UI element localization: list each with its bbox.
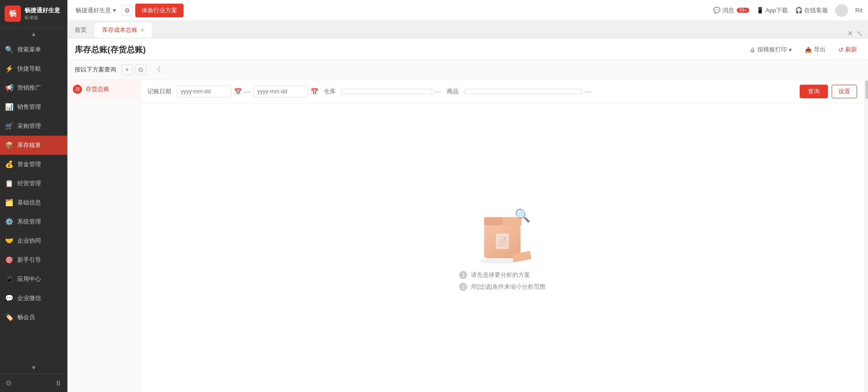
date-field-label: 记账日期 xyxy=(148,87,171,96)
empty-hint-1: 1 请先选择要分析的方案 xyxy=(459,271,545,279)
settings-btn[interactable]: 设置 xyxy=(832,85,857,98)
warehouse-filter: ⋯ xyxy=(341,87,441,96)
topbar-nav[interactable]: 畅捷通好生意 ▾ xyxy=(73,5,119,16)
main-panel: 记账日期 📅 — 📅 仓库 ⋯ 商 xyxy=(140,80,864,392)
action-buttons: 查询 设置 xyxy=(800,85,857,98)
appstore-icon: 📱 xyxy=(5,275,14,283)
tab-home[interactable]: 首页 xyxy=(67,22,94,38)
date-start-input[interactable] xyxy=(177,86,231,97)
sidebar-item-purchase[interactable]: 🛒 采购管理 xyxy=(0,117,67,136)
collapse-icon[interactable]: ⏸ xyxy=(55,379,62,387)
export-btn[interactable]: 📤 导出 xyxy=(801,44,829,56)
product-more-btn[interactable]: ⋯ xyxy=(584,87,592,96)
sidebar-item-appstore[interactable]: 📱 应用中心 xyxy=(0,270,67,289)
online-service-btn[interactable]: 🎧 在线客服 xyxy=(795,6,828,15)
inventory-icon: 📦 xyxy=(5,141,14,149)
quick-nav-icon: ⚡ xyxy=(5,65,14,73)
tab-expand-icon[interactable]: ⤡ xyxy=(857,29,863,38)
collapse-filter-btn[interactable]: 《 xyxy=(152,64,163,75)
export-icon: 📤 xyxy=(805,46,812,53)
scrollbar-thumb[interactable] xyxy=(865,81,868,99)
sidebar-item-system[interactable]: ⚙️ 系统管理 xyxy=(0,212,67,231)
sidebar-item-corp[interactable]: 🤝 企业协同 xyxy=(0,231,67,250)
cal-end-icon[interactable]: 📅 xyxy=(311,88,318,95)
topbar-nav-text: 畅捷通好生意 xyxy=(76,6,111,15)
sales-icon: 📊 xyxy=(5,103,14,111)
chevron-down-icon: ▾ xyxy=(113,7,116,14)
cal-start-icon[interactable]: 📅 xyxy=(234,88,242,95)
print-dropdown-icon: ▾ xyxy=(789,46,792,53)
sidebar-item-operation[interactable]: 📋 经营管理 xyxy=(0,174,67,193)
topbar-right: 💬 消息 99+ 📱 App下载 🎧 在线客服 Rit xyxy=(713,4,863,17)
sidebar-item-quick-nav[interactable]: ⚡ 快捷导航 xyxy=(0,59,67,78)
warehouse-input[interactable] xyxy=(341,89,432,94)
tab-close-icon[interactable]: ✕ xyxy=(140,27,144,33)
user-name: Rit xyxy=(855,7,863,14)
query-btn[interactable]: 查询 xyxy=(800,85,828,98)
page-header: 库存总账(存货总账) 🖨 按模板打印 ▾ 📤 导出 ↺ 刷新 xyxy=(67,38,868,60)
date-end-input[interactable] xyxy=(253,86,308,97)
logo-text: 畅捷通好生意 标准版 xyxy=(25,7,60,20)
sidebar-item-member[interactable]: 🏷️ 畅会员 xyxy=(0,308,67,327)
sidebar-item-inventory[interactable]: 📦 库存核算 xyxy=(0,136,67,155)
date-separator: — xyxy=(245,88,250,95)
add-scheme-btn[interactable]: ＋ xyxy=(122,64,133,75)
app-logo: 畅 畅捷通好生意 标准版 xyxy=(0,0,67,28)
phone-icon: 📱 xyxy=(756,7,764,14)
refresh-btn[interactable]: ↺ 刷新 xyxy=(835,44,861,56)
topbar-left: 畅捷通好生意 ▾ ⚙ 体验行业方案 xyxy=(73,4,710,17)
sidebar-item-finance[interactable]: 💰 资金管理 xyxy=(0,155,67,174)
logo-icon: 畅 xyxy=(5,5,21,22)
sidebar-item-basic[interactable]: 🗂️ 基础信息 xyxy=(0,193,67,212)
settings-footer-icon[interactable]: ⚙ xyxy=(5,379,12,387)
empty-illustration: 📄 🔍 xyxy=(470,204,534,264)
product-input[interactable] xyxy=(464,89,582,94)
right-scrollbar[interactable] xyxy=(864,80,868,392)
printer-icon: 🖨 xyxy=(750,46,756,53)
sidebar-item-newbie[interactable]: 🎯 新手引导 xyxy=(0,250,67,270)
user-avatar[interactable] xyxy=(835,4,848,17)
scheme-item-inventory-ledger[interactable]: 存 存货总账 xyxy=(67,80,140,98)
message-btn[interactable]: 💬 消息 99+ xyxy=(713,6,749,15)
sidebar-item-marketing[interactable]: 📢 营销推广 xyxy=(0,78,67,97)
system-icon: ⚙️ xyxy=(5,218,14,226)
manage-scheme-btn[interactable]: ⊙ xyxy=(135,64,146,75)
content-body: 存 存货总账 记账日期 📅 — 📅 仓库 xyxy=(67,80,868,392)
scheme-panel: 存 存货总账 xyxy=(67,80,140,392)
page-actions: 🖨 按模板打印 ▾ 📤 导出 ↺ 刷新 xyxy=(746,44,861,56)
sidebar-scroll-down[interactable]: ▼ xyxy=(0,361,67,374)
step-num-1: 1 xyxy=(459,271,467,279)
sidebar-item-sales[interactable]: 📊 销售管理 xyxy=(0,97,67,117)
tab-close-page-icon[interactable]: ✕ xyxy=(847,29,853,38)
filter-bar: 按以下方案查询 ＋ ⊙ 《 xyxy=(67,60,868,80)
empty-hint-2: 2 用[过滤]条件来缩小分析范围 xyxy=(459,283,545,291)
newbie-icon: 🎯 xyxy=(5,256,14,264)
sidebar-nav: 🔍 搜索菜单 ⚡ 快捷导航 📢 营销推广 📊 销售管理 🛒 采购管理 📦 库存核… xyxy=(0,40,67,361)
sidebar: 畅 畅捷通好生意 标准版 ▲ 🔍 搜索菜单 ⚡ 快捷导航 📢 营销推广 📊 销售… xyxy=(0,0,67,392)
filter-actions: ＋ ⊙ xyxy=(122,64,146,75)
tabbar: 首页 库存成本总账 ✕ ✕ ⤡ xyxy=(67,21,868,38)
page-content: 库存总账(存货总账) 🖨 按模板打印 ▾ 📤 导出 ↺ 刷新 按以下方案查询 xyxy=(67,38,868,392)
basic-icon: 🗂️ xyxy=(5,199,14,207)
product-filter: ⋯ xyxy=(464,87,592,96)
warehouse-more-btn[interactable]: ⋯ xyxy=(434,87,441,96)
message-icon: 💬 xyxy=(713,7,720,14)
warehouse-label: 仓库 xyxy=(324,87,336,96)
refresh-icon: ↺ xyxy=(838,46,843,53)
sidebar-item-search[interactable]: 🔍 搜索菜单 xyxy=(0,40,67,59)
finance-icon: 💰 xyxy=(5,160,14,168)
date-filter-group: 📅 — 📅 xyxy=(177,86,318,97)
app-download-btn[interactable]: 📱 App下载 xyxy=(756,6,788,15)
topbar: 畅捷通好生意 ▾ ⚙ 体验行业方案 💬 消息 99+ 📱 App下载 🎧 在线客… xyxy=(67,0,868,21)
scheme-icon: 存 xyxy=(73,85,82,94)
sidebar-item-wechat[interactable]: 💬 企业微信 xyxy=(0,289,67,308)
sidebar-scroll-up[interactable]: ▲ xyxy=(0,28,67,40)
member-icon: 🏷️ xyxy=(5,313,14,321)
print-btn[interactable]: 🖨 按模板打印 ▾ xyxy=(746,44,796,56)
settings-gear-btn[interactable]: ⚙ xyxy=(122,5,133,16)
operation-icon: 📋 xyxy=(5,179,14,188)
industry-btn[interactable]: 体验行业方案 xyxy=(135,4,184,17)
main-area: 畅捷通好生意 ▾ ⚙ 体验行业方案 💬 消息 99+ 📱 App下载 🎧 在线客… xyxy=(67,0,868,392)
step-num-2: 2 xyxy=(459,283,467,291)
tab-inventory-cost[interactable]: 库存成本总账 ✕ xyxy=(95,22,152,38)
